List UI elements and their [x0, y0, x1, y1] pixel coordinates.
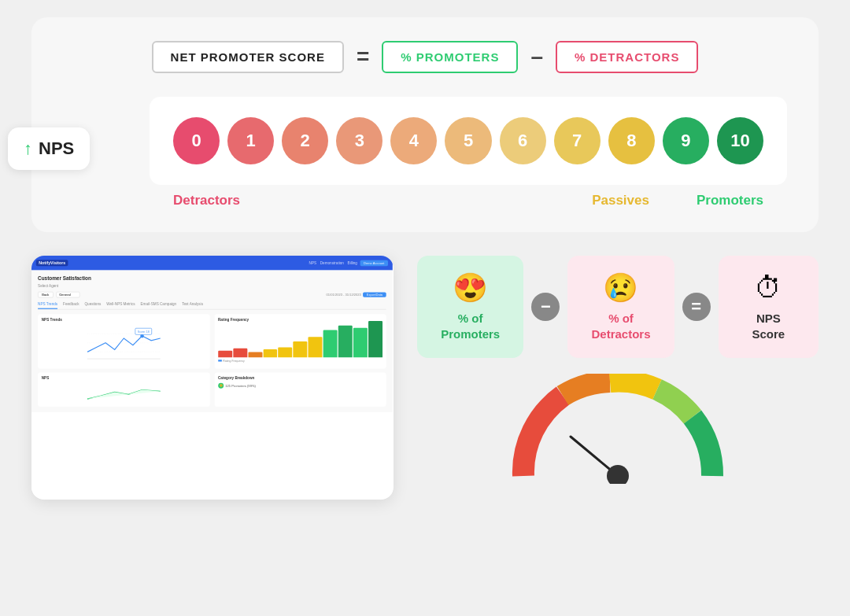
ss-header: NotifyVisitors NPS Demonstration Billing… — [31, 256, 393, 271]
mini-bar-6 — [309, 337, 323, 357]
mini-bar-8 — [338, 325, 353, 357]
ss-nps-mini — [42, 382, 206, 400]
ss-charts-bottom: NPS Category Breakdown 😊 — [38, 372, 386, 407]
ss-date-range: 01/01/2023 - 31/12/2023 ExportData — [327, 292, 386, 297]
formula-cards-row: 😍 % ofPromoters − 😢 % ofDetractors = ⏱ N… — [417, 256, 819, 358]
ss-chart-rating-title: Rating Frequency — [218, 317, 382, 321]
ss-logo: NotifyVisitors — [36, 260, 68, 266]
ss-tab-0[interactable]: NPS Trends — [38, 302, 57, 309]
minus-symbol: − — [541, 297, 551, 317]
mini-bar-10 — [368, 320, 382, 356]
ss-title: Customer Satisfaction — [38, 275, 386, 281]
ss-category-breakdown: Category Breakdown 😊 125 Promoters (99%) — [214, 372, 386, 407]
ss-controls: Back General 01/01/2023 - 31/12/2023 Exp… — [38, 291, 386, 297]
bottom-section: NotifyVisitors NPS Demonstration Billing… — [31, 256, 819, 500]
number-circle-3: 3 — [336, 117, 382, 164]
ss-chart-trends-title: NPS Trends — [42, 317, 206, 321]
detractors-card: 😢 % ofDetractors — [567, 256, 674, 358]
mini-bar-1 — [233, 348, 247, 357]
number-circle-8: 8 — [608, 117, 655, 164]
labels-row: Detractors Passives Promoters — [150, 193, 787, 208]
ss-nav-billing: Billing — [348, 260, 357, 264]
ss-tab-4[interactable]: Email-SMS Campaign — [141, 302, 177, 309]
ss-category-title: Category Breakdown — [218, 376, 382, 380]
ss-chart-rating: Rating Frequency Rating Frequency — [214, 314, 386, 369]
detractors-label: Detractors — [173, 193, 240, 208]
number-circle-1: 1 — [227, 117, 274, 164]
detractors-formula-box: % DETRACTORS — [556, 41, 698, 73]
ss-bar-chart — [218, 325, 382, 357]
ss-nav-demo: Demonstration — [320, 260, 344, 264]
number-circle-5: 5 — [445, 117, 491, 164]
result-card-label: NPSScore — [752, 311, 785, 341]
mini-bar-0 — [218, 350, 232, 357]
minus-op-circle: − — [531, 293, 560, 321]
number-circle-9: 9 — [663, 117, 709, 164]
screenshot-card: NotifyVisitors NPS Demonstration Billing… — [31, 256, 394, 500]
ss-line-chart: Score: 18 — [42, 324, 206, 360]
promoters-emoji: 😍 — [453, 271, 488, 304]
nps-badge: ↑ NPS — [8, 127, 90, 170]
mini-bar-9 — [353, 327, 368, 357]
number-circle-0: 0 — [173, 117, 220, 164]
ss-nav-items: NPS Demonstration Billing — [309, 260, 357, 264]
mini-bar-7 — [323, 330, 338, 357]
mini-bar-4 — [278, 347, 292, 357]
ss-body: Customer Satisfaction Select Agent Back … — [31, 270, 393, 411]
detractors-emoji: 😢 — [603, 271, 638, 304]
ss-back-btn[interactable]: Back — [38, 291, 53, 297]
ss-subtitle: Select Agent — [38, 283, 386, 287]
ss-date-text: 01/01/2023 - 31/12/2023 — [327, 293, 361, 296]
right-section: 😍 % ofPromoters − 😢 % ofDetractors = ⏱ N… — [417, 256, 819, 500]
ss-tab-5[interactable]: Text Analysis — [182, 302, 203, 309]
detractors-card-label: % ofDetractors — [591, 311, 650, 341]
gauge-svg — [508, 374, 728, 484]
ss-promoters-count: 125 Promoters (99%) — [225, 384, 256, 387]
ss-tab-3[interactable]: Well-NPS Metrics — [106, 302, 135, 309]
promoters-card-label: % ofPromoters — [441, 311, 500, 341]
promoters-formula-box: % PROMOTERS — [382, 41, 518, 73]
number-circle-10: 10 — [717, 117, 763, 164]
nps-arrow-icon: ↑ — [24, 138, 32, 159]
promoters-card: 😍 % ofPromoters — [417, 256, 523, 358]
ss-nps-bottom-title: NPS — [42, 376, 206, 380]
numbers-row: 012345678910 — [150, 97, 787, 185]
mini-bar-2 — [248, 352, 262, 357]
top-card: NET PROMOTER SCORE = % PROMOTERS – % DET… — [31, 17, 819, 232]
screenshot-inner: NotifyVisitors NPS Demonstration Billing… — [31, 256, 393, 499]
passives-label: Passives — [592, 193, 649, 208]
ss-tab-1[interactable]: Feedback — [63, 302, 79, 309]
mini-bar-5 — [294, 341, 308, 357]
mini-bar-3 — [263, 349, 277, 356]
ss-tab-2[interactable]: Questions — [84, 302, 101, 309]
ss-select[interactable]: General — [56, 291, 80, 297]
ss-demo-btn[interactable]: Demo Account — [360, 260, 388, 266]
ss-export-btn[interactable]: ExportData — [363, 292, 386, 297]
gauge-container — [417, 374, 819, 484]
nps-label: NET PROMOTER SCORE — [152, 41, 344, 73]
result-emoji: ⏱ — [754, 271, 782, 304]
nps-badge-label: NPS — [39, 138, 74, 159]
result-card: ⏱ NPSScore — [719, 256, 819, 358]
number-circle-6: 6 — [500, 117, 546, 164]
equals-operator: = — [357, 44, 369, 69]
equals-op-circle: = — [682, 293, 711, 321]
number-circle-7: 7 — [554, 117, 601, 164]
formula-row: NET PROMOTER SCORE = % PROMOTERS – % DET… — [63, 41, 787, 73]
ss-tabs: NPS TrendsFeedbackQuestionsWell-NPS Metr… — [38, 302, 386, 309]
number-circle-4: 4 — [390, 117, 437, 164]
gauge-wrapper — [508, 374, 728, 484]
ss-charts: NPS Trends Score — [38, 314, 386, 369]
number-circle-2: 2 — [282, 117, 328, 164]
svg-text:Score: 18: Score: 18 — [138, 330, 150, 334]
main-container: NET PROMOTER SCORE = % PROMOTERS – % DET… — [31, 17, 819, 599]
ss-chart-trends: NPS Trends Score — [38, 314, 209, 369]
svg-point-8 — [607, 465, 629, 484]
ss-nav-nps: NPS — [309, 260, 317, 264]
ss-nps-bottom: NPS — [38, 372, 209, 407]
promoters-label: Promoters — [697, 193, 763, 208]
equals-symbol: = — [691, 297, 701, 317]
minus-operator: – — [530, 44, 543, 69]
